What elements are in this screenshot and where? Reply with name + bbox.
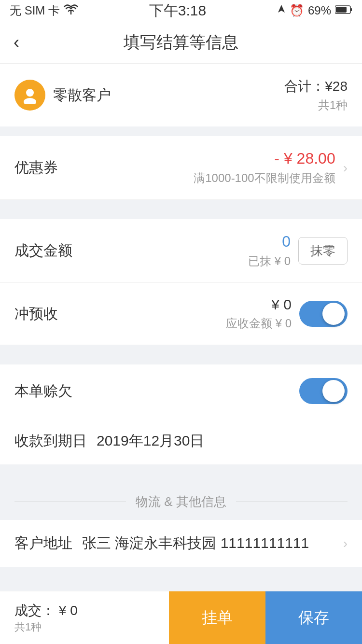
status-right: ⏰ 69% [277, 4, 352, 17]
location-icon [277, 4, 286, 17]
debt-label: 本单赊欠 [14, 381, 72, 401]
transaction-value: 0 [248, 233, 291, 251]
bottom-info: 成交： ¥ 0 共1种 [0, 602, 169, 634]
bottom-buttons: 挂单 保存 [169, 591, 362, 644]
transaction-right: 0 已抹 ¥ 0 抹零 [248, 233, 348, 269]
save-button[interactable]: 保存 [265, 591, 362, 644]
wifi-icon [64, 4, 78, 17]
hold-button[interactable]: 挂单 [169, 591, 265, 644]
due-date-row: 收款到期日 2019年12月30日 [0, 418, 362, 464]
status-left: 无 SIM 卡 [10, 3, 78, 18]
debt-row: 本单赊欠 [0, 364, 362, 418]
no-sim-text: 无 SIM 卡 [10, 3, 60, 18]
prepayment-sub: 应收金额 ¥ 0 [226, 316, 292, 331]
content-area: 零散客户 合计：¥28 共1种 优惠券 - ¥ 28.00 满1000-100不… [0, 64, 362, 634]
section-divider-3 [0, 474, 362, 484]
bottom-total-label: 成交： [14, 603, 55, 618]
prepayment-toggle[interactable] [299, 301, 348, 327]
debt-toggle[interactable] [299, 378, 348, 404]
coupon-chevron-icon: › [343, 160, 348, 176]
page-title: 填写结算等信息 [124, 31, 238, 54]
customer-left: 零散客户 [14, 80, 111, 111]
transaction-row: 成交金额 0 已抹 ¥ 0 抹零 [0, 219, 362, 283]
avatar [14, 80, 45, 111]
customer-right: 合计：¥28 共1种 [284, 77, 348, 113]
address-section: 客户地址 张三 海淀永丰科技园 11111111111 › [0, 520, 362, 567]
logistics-label: 物流 & 其他信息 [136, 493, 226, 510]
prepayment-value: ¥ 0 [226, 296, 292, 313]
section-divider-1 [0, 210, 362, 219]
customer-total: 合计：¥28 [284, 77, 348, 96]
prepayment-right: ¥ 0 应收金额 ¥ 0 [226, 296, 348, 331]
coupon-row[interactable]: 优惠券 - ¥ 28.00 满1000-100不限制使用金额 › [0, 136, 362, 200]
debt-section: 本单赊欠 收款到期日 2019年12月30日 [0, 364, 362, 464]
coupon-section: 优惠券 - ¥ 28.00 满1000-100不限制使用金额 › [0, 136, 362, 200]
svg-point-4 [24, 98, 36, 104]
svg-rect-2 [336, 7, 347, 13]
coupon-value: - ¥ 28.00 [194, 150, 335, 168]
bottom-count: 共1种 [14, 620, 154, 634]
logistics-header: 物流 & 其他信息 [0, 484, 362, 520]
back-button[interactable]: ‹ [14, 32, 19, 53]
bottom-total: 成交： ¥ 0 [14, 602, 154, 620]
logistics-header-line: 物流 & 其他信息 [14, 493, 348, 510]
prepayment-row: 冲预收 ¥ 0 应收金额 ¥ 0 [0, 283, 362, 345]
debt-toggle-knob [322, 380, 345, 402]
battery-icon [335, 4, 352, 17]
address-chevron-icon: › [343, 536, 348, 551]
customer-count: 共1种 [284, 98, 348, 113]
debt-right [299, 378, 348, 404]
nav-bar: ‹ 填写结算等信息 [0, 21, 362, 64]
address-label: 客户地址 [14, 533, 72, 553]
status-bar: 无 SIM 卡 下午3:18 ⏰ 69% [0, 0, 362, 21]
transaction-section: 成交金额 0 已抹 ¥ 0 抹零 冲预收 ¥ 0 应收金额 ¥ 0 [0, 219, 362, 345]
bottom-total-value: ¥ 0 [59, 603, 78, 618]
customer-row: 零散客户 合计：¥28 共1种 [0, 64, 362, 126]
prepayment-label: 冲预收 [14, 304, 58, 324]
status-time: 下午3:18 [149, 1, 206, 21]
coupon-sub: 满1000-100不限制使用金额 [194, 170, 335, 186]
transaction-sub: 已抹 ¥ 0 [248, 253, 291, 269]
coupon-label: 优惠券 [14, 158, 58, 178]
customer-name: 零散客户 [53, 85, 111, 105]
coupon-right: - ¥ 28.00 满1000-100不限制使用金额 › [194, 150, 348, 186]
address-value: 张三 海淀永丰科技园 11111111111 [82, 533, 334, 553]
section-divider-2 [0, 355, 362, 364]
svg-point-3 [26, 89, 34, 97]
due-date-label: 收款到期日 [14, 431, 87, 451]
svg-rect-1 [350, 8, 352, 11]
transaction-label: 成交金额 [14, 241, 72, 261]
toggle-knob [322, 303, 345, 325]
due-date-value[interactable]: 2019年12月30日 [97, 431, 204, 451]
battery-percent: 69% [308, 4, 331, 17]
bottom-bar: 成交： ¥ 0 共1种 挂单 保存 [0, 591, 362, 644]
address-row[interactable]: 客户地址 张三 海淀永丰科技园 11111111111 › [0, 520, 362, 567]
round-zero-button[interactable]: 抹零 [298, 237, 348, 265]
alarm-icon: ⏰ [290, 4, 304, 17]
